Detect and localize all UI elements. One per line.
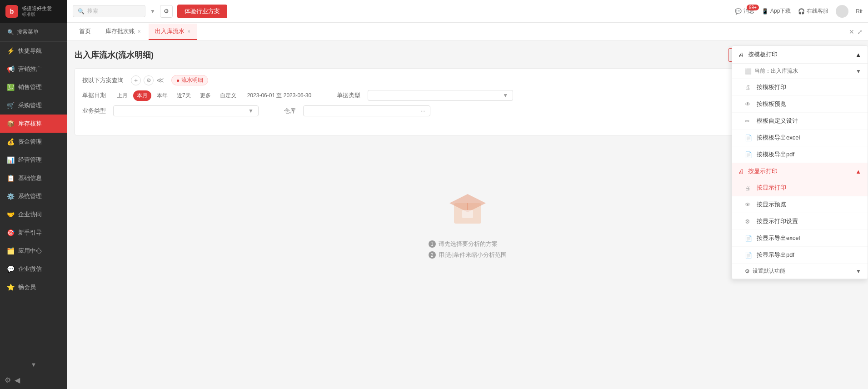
filter-active-tag[interactable]: ● 流水明细 [171,75,208,85]
chevron-down-icon: ▼ [856,68,861,75]
sidebar-item-purchase[interactable]: 🛒 采购管理 [0,96,67,115]
dropdown-item-template-excel[interactable]: 📄 按模板导出excel [732,130,868,146]
sidebar-item-inventory[interactable]: 📦 库存核算 [0,115,67,133]
filter-collapse-button[interactable]: ≪ [156,76,164,85]
search-menu-button[interactable]: 🔍 搜索菜单 [5,26,63,38]
sales-icon: 💹 [6,84,15,91]
date-tab-this-year[interactable]: 本年 [153,90,171,101]
user-avatar[interactable] [836,5,848,18]
tab-flow[interactable]: 出入库流水 × [149,24,196,40]
dropdown-item-template-pdf[interactable]: 📄 按模板导出pdf [732,146,868,163]
inventory-icon: 📦 [6,120,15,127]
tab-flow-label: 出入库流水 [155,27,185,35]
tab-batch-label: 库存批次账 [105,27,135,35]
operations-icon: 📊 [6,156,15,164]
dropdown-header[interactable]: 🖨 按模板打印 ▲ [732,46,868,64]
filter-toolbar: + ⚙ ≪ [131,75,164,85]
bill-type-select[interactable]: ▼ [368,90,513,101]
topbar: 🔍 搜索 ▼ ⚙ 体验行业方案 💬 消息 99+ 📱 App下载 🎧 在线客服 … [67,0,868,23]
sidebar-item-guide[interactable]: 🎯 新手引导 [0,224,67,242]
messages-button[interactable]: 💬 消息 99+ [735,7,754,15]
dropdown-current-template[interactable]: ⬜ 当前：出入库流水 ▼ [732,64,868,79]
tab-expand-icon[interactable]: ⤢ [857,28,863,35]
sidebar-item-basic[interactable]: 📋 基础信息 [0,169,67,187]
sidebar-item-wechat[interactable]: 💬 企业微信 [0,260,67,278]
print-dropdown-panel: 🖨 按模板打印 ▲ ⬜ 当前：出入库流水 ▼ 🖨 按模板打印 👁 按模板预览 ✏… [732,45,868,279]
sidebar-item-system[interactable]: ⚙️ 系统管理 [0,187,67,205]
apps-icon: 🗂️ [6,247,15,254]
filter-add-button[interactable]: + [131,75,141,85]
sidebar-item-label: 营销推广 [18,65,42,73]
dropdown-item-template-preview[interactable]: 👁 按模板预览 [732,96,868,113]
topbar-settings-button[interactable]: ⚙ [160,5,173,18]
dropdown-item-display-pdf[interactable]: 📄 按显示导出pdf [732,247,868,264]
sidebar-settings-button[interactable]: ⚙ [5,376,11,384]
app-download-label: App下载 [770,7,791,15]
warehouse-select[interactable]: ··· [303,105,430,116]
item-label: 模板自定义设计 [757,117,798,125]
wechat-icon: 💬 [6,265,15,273]
sidebar-item-finance[interactable]: 💰 资金管理 [0,133,67,151]
collab-icon: 🤝 [6,211,15,218]
tab-batch[interactable]: 库存批次账 × [99,24,147,40]
sidebar-item-sales[interactable]: 💹 销售管理 [0,78,67,96]
topbar-search[interactable]: 🔍 搜索 [73,5,145,17]
footer-label: 设置默认功能 [753,267,785,275]
sidebar-item-label: 资金管理 [18,138,42,146]
app-download-button[interactable]: 📱 App下载 [762,7,791,15]
date-tab-last-month[interactable]: 上月 [113,90,131,101]
search-icon: 🔍 [7,29,14,35]
sidebar-item-quicknav[interactable]: ⚡ 快捷导航 [0,42,67,60]
date-tab-more[interactable]: 更多 [196,90,215,101]
topbar-right: 💬 消息 99+ 📱 App下载 🎧 在线客服 Rit [735,5,863,18]
system-icon: ⚙️ [6,193,15,200]
sidebar-item-operations[interactable]: 📊 经营管理 [0,151,67,169]
headset-icon: 🎧 [798,8,805,15]
printer-icon: 🖨 [745,185,752,191]
online-service-label: 在线客服 [807,7,828,15]
dropdown-footer[interactable]: ⚙ 设置默认功能 ▼ [732,264,868,279]
sidebar-item-collab[interactable]: 🤝 企业协同 [0,205,67,224]
sidebar-search-area: 🔍 搜索菜单 [0,23,67,42]
member-icon: ⭐ [6,284,15,291]
sidebar-item-marketing[interactable]: 📢 营销推广 [0,60,67,78]
dropdown-section-display[interactable]: 🖨 按显示打印 ▲ [732,163,868,180]
date-tab-7days[interactable]: 近7天 [173,90,195,101]
sidebar-item-label: 应用中心 [18,247,42,255]
search-placeholder-text: 搜索 [87,7,98,15]
sidebar-item-label: 销售管理 [18,83,42,91]
ellipsis-icon: ··· [421,108,425,114]
username-label: Rit [856,8,863,15]
dropdown-item-display-settings[interactable]: ⚙ 按显示打印设置 [732,213,868,230]
trial-button[interactable]: 体验行业方案 [177,5,227,18]
tab-home[interactable]: 首页 [73,24,97,40]
file-icon: 📄 [745,135,752,141]
purchase-icon: 🛒 [6,102,15,109]
dropdown-item-display-excel[interactable]: 📄 按显示导出excel [732,230,868,247]
item-label: 按模板打印 [757,83,786,91]
tab-flow-close[interactable]: × [187,29,190,34]
sidebar-item-label: 系统管理 [18,192,42,200]
dropdown-item-template-print[interactable]: 🖨 按模板打印 [732,79,868,96]
online-service-button[interactable]: 🎧 在线客服 [798,7,828,15]
tab-close-all-icon[interactable]: ✕ [849,28,854,35]
sidebar-item-apps[interactable]: 🗂️ 应用中心 [0,242,67,260]
svg-rect-2 [462,210,473,218]
quicknav-icon: ⚡ [6,47,15,55]
sidebar-item-member[interactable]: ⭐ 畅会员 [0,278,67,296]
sidebar-scroll-down[interactable]: ▼ [0,359,67,371]
messages-badge: 99+ [747,5,759,10]
dropdown-item-template-design[interactable]: ✏ 模板自定义设计 [732,113,868,130]
dropdown-item-display-preview[interactable]: 👁 按显示预览 [732,196,868,213]
sidebar-collapse-button[interactable]: ◀ [15,376,20,384]
warehouse-label: 仓库 [284,107,296,115]
topbar-dropdown-arrow[interactable]: ▼ [150,8,155,15]
filter-settings-button[interactable]: ⚙ [144,75,154,85]
section-label: 按显示打印 [748,167,778,175]
date-tab-this-month[interactable]: 本月 [133,90,151,101]
finance-icon: 💰 [6,138,15,145]
dropdown-item-display-print[interactable]: 🖨 按显示打印 [732,180,868,196]
tab-batch-close[interactable]: × [138,29,140,34]
date-tab-custom[interactable]: 自定义 [216,90,240,101]
business-type-select[interactable]: ▼ [113,105,259,116]
